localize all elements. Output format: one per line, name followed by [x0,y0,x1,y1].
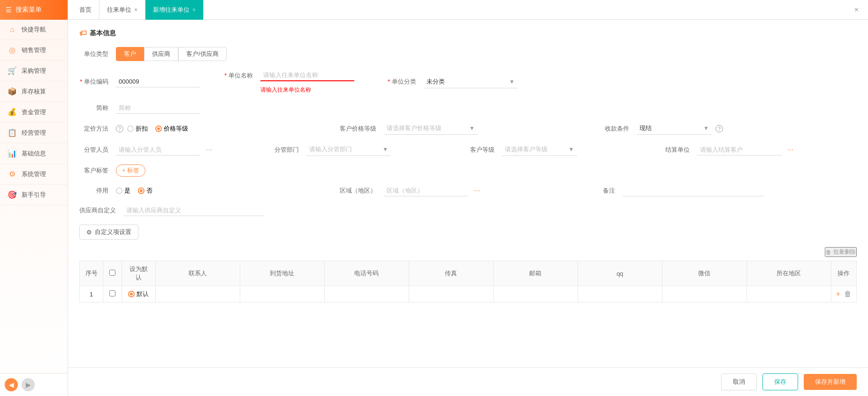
settlement-more-button[interactable]: ··· [785,146,795,154]
unit-info-row: 单位编码 单位名称 请输入往来单位名称 单位分类 未分类 ▼ [79,70,857,94]
sidebar-item-purchase[interactable]: 🛒 采购管理 [0,61,68,81]
default-radio-item[interactable]: 默认 [127,290,151,298]
sidebar-bottom: ◀ ▶ [0,373,68,396]
settlement-input[interactable] [697,144,782,155]
unit-code-group: 单位编码 [79,76,220,87]
custom-settings-button[interactable]: ⚙ 自定义项设置 [79,225,138,240]
sidebar-item-system[interactable]: ⚙ 系统管理 [0,164,68,185]
add-tag-button[interactable]: + 标签 [116,164,145,177]
cell-email[interactable] [493,286,578,303]
sidebar-item-operations[interactable]: 📋 经营管理 [0,123,68,143]
region-group: 区域（地区） ··· [340,185,596,196]
select-all-checkbox[interactable] [109,270,115,276]
wechat-input[interactable] [667,291,742,298]
customer-level-select[interactable]: 请选择客户等级 ▼ [502,143,577,156]
cell-address[interactable] [240,286,324,303]
qq-input[interactable] [583,291,657,298]
tab-home[interactable]: 首页 [72,0,99,20]
cell-region[interactable] [746,286,831,303]
search-icon: ☰ [6,6,12,14]
col-fax: 传真 [409,261,493,286]
region-input[interactable] [384,185,468,196]
disabled-yes-option[interactable]: 是 [116,186,130,195]
manager-more-button[interactable]: ··· [204,146,214,154]
unit-type-supplier-button[interactable]: 供应商 [144,47,178,61]
chevron-down-icon: ▼ [569,146,574,153]
sidebar-item-finance[interactable]: 💰 资金管理 [0,102,68,123]
cell-wechat[interactable] [662,286,746,303]
pricing-radio-group: 折扣 价格等级 [127,124,188,133]
remark-input[interactable] [623,185,763,196]
save-button[interactable]: 保存 [762,373,798,390]
email-input[interactable] [498,291,573,298]
unit-type-customer-button[interactable]: 客户 [116,47,144,61]
sidebar-item-new-guide[interactable]: 🎯 新手引导 [0,185,68,205]
manager-input[interactable] [116,144,200,155]
supplier-custom-input[interactable] [123,205,264,216]
contact-input[interactable] [160,291,235,298]
row-region-input[interactable] [752,291,826,298]
unit-category-value: 未分类 [426,78,445,86]
cell-contact[interactable] [155,286,240,303]
sidebar-collapse-button[interactable]: ◀ [5,378,18,391]
col-qq: qq [578,261,662,286]
gear-icon: ⚙ [86,229,92,236]
add-row-button[interactable]: + [836,290,840,298]
delete-row-button[interactable]: 🗑 [844,290,852,298]
unit-code-input[interactable] [116,76,200,87]
sidebar-item-basic-info[interactable]: 📊 基础信息 [0,143,68,164]
sidebar-item-sales[interactable]: ◎ 销售管理 [0,40,68,61]
pricing-row: 定价方法 ? 折扣 价格等级 客户价格等级 请选择客户价格等级 [79,122,857,135]
unit-type-both-button[interactable]: 客户/供应商 [178,47,227,61]
phone-input[interactable] [329,291,404,298]
default-radio [128,291,135,297]
pricing-level-option[interactable]: 价格等级 [155,124,188,133]
unit-name-input[interactable] [260,70,354,81]
tab-partner-list-close[interactable]: × [134,7,137,13]
col-address: 到货地址 [240,261,324,286]
pricing-discount-option[interactable]: 折扣 [127,124,148,133]
settlement-label: 结算单位 [665,146,693,154]
tab-new-partner-close[interactable]: × [192,7,196,13]
sidebar: ☰ 搜索菜单 ⌂ 快捷导航 ◎ 销售管理 🛒 采购管理 📦 库存核算 💰 资金管… [0,0,68,396]
disabled-yes-label: 是 [124,186,130,195]
customer-price-select[interactable]: 请选择客户价格等级 ▼ [384,122,478,135]
unit-category-select[interactable]: 未分类 ▼ [424,76,518,88]
chevron-down-icon: ▼ [469,125,475,132]
cell-qq[interactable] [578,286,662,303]
save-and-new-button[interactable]: 保存并新增 [804,374,857,390]
remark-label: 备注 [600,186,619,195]
cancel-button[interactable]: 取消 [721,373,757,390]
close-all-tabs[interactable]: × [849,6,864,14]
tab-partner-list-label: 往来单位 [107,6,131,14]
disabled-no-option[interactable]: 否 [138,186,152,195]
tab-new-partner[interactable]: 新增往来单位 × [145,0,204,20]
short-name-input[interactable] [116,102,200,114]
department-select[interactable]: 请输入分管部门 ▼ [306,143,391,156]
sidebar-item-label: 采购管理 [22,67,46,75]
tab-partner-list[interactable]: 往来单位 × [99,0,145,20]
table-header-row: 序号 设为默认 联系人 到货地址 电话号码 传真 邮箱 qq 微信 所在地区 [80,261,857,286]
fax-input[interactable] [414,291,488,298]
cell-fax[interactable] [409,286,493,303]
unit-category-label: 单位分类 [387,78,420,86]
sidebar-item-inventory[interactable]: 📦 库存核算 [0,81,68,102]
section-title-text: 基本信息 [90,29,116,38]
batch-delete-button[interactable]: 🗑 批量删除 [825,247,857,257]
sidebar-search[interactable]: ☰ 搜索菜单 [0,0,68,20]
payment-help-icon[interactable]: ? [716,125,723,132]
row-checkbox[interactable] [109,290,115,296]
payment-terms-select[interactable]: 现结 ▼ [637,122,712,135]
cell-phone[interactable] [324,286,409,303]
pricing-help-icon[interactable]: ? [116,125,123,132]
sidebar-item-label: 资金管理 [22,108,46,116]
disabled-row: 停用 是 否 区域（地区） ··· [79,185,857,196]
table-section: 🗑 批量删除 序号 设为默认 联系人 到货地址 电话号码 传真 [79,247,857,303]
col-phone: 电话号码 [324,261,409,286]
address-input[interactable] [245,291,320,298]
customer-level-placeholder: 请选择客户等级 [505,145,548,154]
region-more-button[interactable]: ··· [472,186,482,195]
sidebar-expand-button[interactable]: ▶ [22,378,35,391]
customer-level-label: 客户等级 [470,146,498,154]
sidebar-item-quick-nav[interactable]: ⌂ 快捷导航 [0,20,68,40]
